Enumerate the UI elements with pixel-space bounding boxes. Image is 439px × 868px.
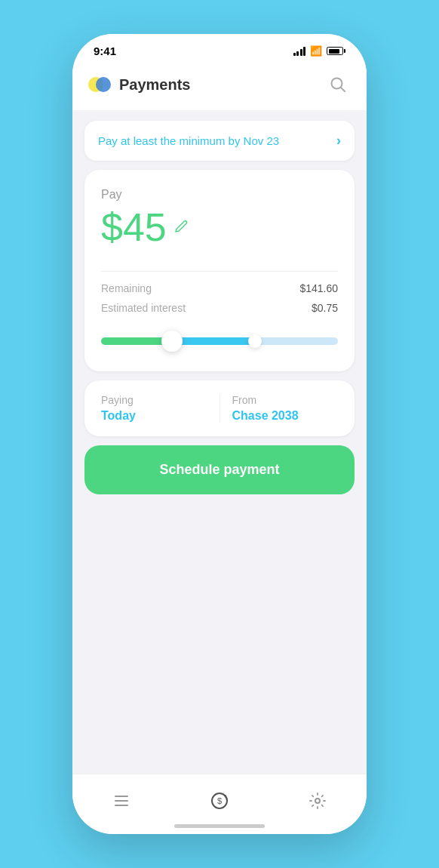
- svg-text:$: $: [217, 796, 222, 805]
- wifi-icon: 📶: [310, 45, 322, 57]
- bottom-nav: $: [72, 774, 367, 834]
- slider-thumb-right[interactable]: [248, 334, 262, 348]
- interest-row: Estimated interest $0.75: [101, 302, 338, 314]
- slider-thumb-left[interactable]: [161, 331, 183, 352]
- paying-from-card: Paying Today From Chase 2038: [84, 380, 355, 436]
- home-indicator: [174, 824, 265, 828]
- svg-rect-6: [115, 805, 128, 806]
- app-logo: [87, 72, 112, 97]
- pay-amount: $45: [101, 208, 167, 247]
- main-content: Pay at least the minimum by Nov 23 › Pay…: [72, 110, 367, 801]
- from-label: From: [232, 394, 339, 406]
- status-bar: 9:41 📶: [72, 34, 367, 63]
- alert-banner[interactable]: Pay at least the minimum by Nov 23 ›: [84, 121, 355, 161]
- remaining-value: $141.60: [299, 282, 338, 294]
- phone-frame: 9:41 📶: [0, 0, 439, 868]
- remaining-row: Remaining $141.60: [101, 282, 338, 294]
- slider-track: [101, 337, 338, 345]
- pay-card: Pay $45 Remaining $141.60 Esti: [84, 170, 355, 371]
- paying-date-value[interactable]: Today: [101, 409, 207, 423]
- signal-bars-icon: [293, 47, 306, 56]
- interest-label: Estimated interest: [101, 302, 186, 314]
- nav-item-payments[interactable]: $: [198, 785, 241, 817]
- svg-rect-4: [115, 796, 128, 797]
- paying-from-section: From Chase 2038: [232, 394, 339, 423]
- paying-date-section: Paying Today: [101, 394, 207, 423]
- status-icons: 📶: [293, 45, 346, 57]
- alert-text: Pay at least the minimum by Nov 23: [98, 134, 279, 147]
- status-time: 9:41: [94, 45, 116, 57]
- edit-amount-icon[interactable]: [174, 218, 189, 237]
- interest-value: $0.75: [312, 302, 338, 314]
- nav-item-settings[interactable]: [296, 786, 339, 816]
- nav-item-menu[interactable]: [100, 786, 143, 816]
- header-title: Payments: [119, 76, 191, 94]
- svg-line-3: [341, 88, 345, 92]
- app-header: Payments: [72, 63, 367, 110]
- svg-rect-5: [115, 800, 128, 802]
- pay-details: Remaining $141.60 Estimated interest $0.…: [101, 271, 338, 314]
- phone: 9:41 📶: [72, 34, 367, 834]
- chevron-right-icon: ›: [336, 133, 341, 149]
- paying-label: Paying: [101, 394, 207, 406]
- paying-divider: [220, 394, 220, 423]
- battery-icon: [327, 47, 345, 55]
- schedule-btn-label: Schedule payment: [159, 462, 279, 477]
- schedule-payment-button[interactable]: Schedule payment: [84, 445, 355, 494]
- pay-label: Pay: [101, 188, 338, 202]
- remaining-label: Remaining: [101, 282, 152, 294]
- svg-point-1: [96, 77, 111, 92]
- from-account-value[interactable]: Chase 2038: [232, 409, 339, 423]
- payment-slider[interactable]: [101, 328, 338, 355]
- search-button[interactable]: [324, 71, 352, 98]
- svg-point-9: [315, 799, 320, 803]
